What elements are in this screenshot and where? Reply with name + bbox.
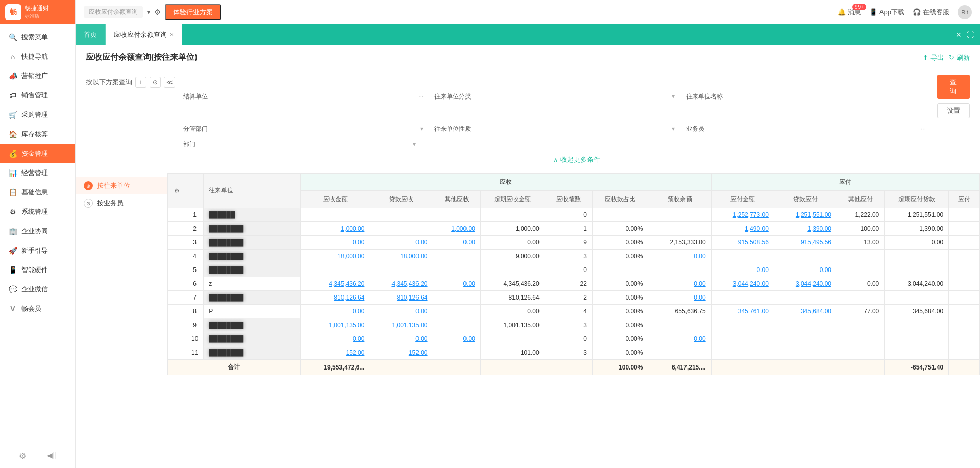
ar-other [433,208,480,222]
data-table: ⚙ 往来单位 应收 应付 应收金额 贷款应收 其他应收 超期应收金额 应收笔数 [167,173,980,375]
topbar: 应收应付余额查询 ▾ ⚙ 体验行业方案 🔔 消息 99+ 📱 App下载 🎧 在… [76,0,980,24]
table-area[interactable]: ⚙ 往来单位 应收 应付 应收金额 贷款应收 其他应收 超期应收金额 应收笔数 [167,173,980,468]
dept-field: 部门 ▾ [183,139,419,150]
refresh-button[interactable]: ↻ 刷新 [949,53,970,62]
ar-ratio-header: 应收款占比 [592,191,648,208]
page-title-row: 应收应付余额查询(按往来单位) ⬆ 导出 ↻ 刷新 [86,52,970,63]
prepaid-header: 预收余额 [648,191,711,208]
beginner-icon: 🚀 [8,247,17,255]
inventory-icon: 🏠 [8,130,17,138]
partner-nature-field: 往来单位性质 ▾ [434,124,677,134]
tabbar-right: ✕ ⛶ [949,24,980,45]
footer-ar-ratio: 100.00% [592,360,648,375]
sidebar-nav: 🔍 搜索菜单 ⌂ 快捷导航 📣 营销推广 🏷 销售管理 🛒 采购管理 🏠 库存核… [0,24,75,444]
ap-overdue: 1,251,551.00 [885,208,949,222]
page-content: 应收应付余额查询(按往来单位) ⬆ 导出 ↻ 刷新 按以下方案查 [76,45,980,468]
ap-loan: 1,251,551.00 [774,208,837,222]
sales-icon: 🏷 [8,91,17,100]
partner-nature-select[interactable]: ▾ [474,124,677,134]
search-scheme-label: 按以下方案查询 [86,78,132,87]
page-actions: ⬆ 导出 ↻ 刷新 [923,53,970,62]
collapse-button[interactable]: ∧ 收起更多条件 [183,153,970,166]
sidebar-item-operations[interactable]: 📊 经营管理 [0,163,75,183]
sidebar: 畅 畅捷通财 标准版 🔍 搜索菜单 ⌂ 快捷导航 📣 营销推广 🏷 销售管理 🛒… [0,0,76,468]
settings-button[interactable]: 设置 [937,103,970,118]
sidebar-item-member[interactable]: V 畅会员 [0,299,75,318]
sidebar-item-beginner[interactable]: 🚀 新手引导 [0,241,75,260]
salesperson-input[interactable]: ··· [725,124,929,134]
online-service-item[interactable]: 🎧 在线客服 [913,8,949,17]
page-header: 应收应付余额查询(按往来单位) ⬆ 导出 ↻ 刷新 [76,45,980,68]
logo-text: 畅捷通财 标准版 [24,5,49,20]
sidebar-item-enterprise[interactable]: 🏢 企业协同 [0,221,75,241]
tab-close-icon[interactable]: × [170,31,174,38]
collapse-icon[interactable]: ◀‖ [47,451,56,461]
left-panel-item-by-salesperson[interactable]: ⊙ 按业务员 [76,194,167,212]
table-row: 9 ████████ 1,001,135.00 1,001,135.00 1,0… [168,318,980,332]
ar-overdue-header: 超期应收金额 [480,191,545,208]
query-button[interactable]: 查询 [937,75,970,99]
sidebar-item-wechat[interactable]: 💬 企业微信 [0,280,75,299]
promo-button[interactable]: 体验行业方案 [165,4,221,20]
row-num: 1 [186,208,204,222]
salesperson-label: 业务员 [686,125,722,133]
settlement-unit-input[interactable]: ··· [214,91,426,102]
dept-select[interactable]: ▾ [214,139,419,150]
export-icon: ⬆ [923,54,928,61]
logo-icon: 畅 [5,4,21,20]
search-area: 按以下方案查询 + ⊙ ≪ 结算单位 ··· [76,68,980,173]
sidebar-item-sales[interactable]: 🏷 销售管理 [0,86,75,105]
partner-name-label: 往来单位名称 [686,92,723,101]
scheme-settings-icon[interactable]: ⊙ [150,77,161,88]
by-partner-icon: ⊕ [84,181,93,190]
sidebar-item-finance[interactable]: 💰 资金管理 [0,144,75,163]
partner-name: ██████ [204,208,300,222]
settings-col-header[interactable]: ⚙ [168,174,186,208]
tabbar: 首页 应收应付余额查询 × ✕ ⛶ [76,24,980,45]
partner-name-input[interactable] [726,91,929,102]
scheme-more-icon[interactable]: ≪ [164,77,175,88]
search-row-2: 分管部门 ▾ 往来单位性质 ▾ 业务员 [183,124,970,134]
notification-item[interactable]: 🔔 消息 99+ [838,8,861,17]
avatar[interactable]: Rit [958,5,972,19]
sidebar-item-inventory[interactable]: 🏠 库存核算 [0,125,75,144]
add-scheme-button[interactable]: + [135,77,146,88]
collapse-up-icon: ∧ [553,156,558,164]
sidebar-item-purchase[interactable]: 🛒 采购管理 [0,105,75,125]
dept-manager-select[interactable]: ▾ [214,124,426,134]
footer-ap-total: -654,751.40 [885,360,949,375]
sidebar-item-marketing[interactable]: 📣 营销推广 [0,66,75,86]
home-icon: ⌂ [8,53,17,61]
row-settings[interactable] [168,208,186,222]
tab-fullscreen-icon[interactable]: ⛶ [967,31,974,39]
settings-gear-icon[interactable]: ⚙ [154,8,161,17]
sidebar-item-search-menu[interactable]: 🔍 搜索菜单 [0,28,75,47]
tab-ar-ap-query[interactable]: 应收应付余额查询 × [106,24,182,45]
enterprise-icon: 🏢 [8,227,17,235]
topbar-right: 🔔 消息 99+ 📱 App下载 🎧 在线客服 Rit [838,5,972,19]
row-num-col-header [186,174,204,208]
settings-icon[interactable]: ⚙ [19,451,26,461]
bell-icon: 🔔 [838,8,846,16]
partner-category-select[interactable]: ▾ [474,91,677,102]
tab-home[interactable]: 首页 [76,24,106,45]
tab-close-window-icon[interactable]: ✕ [955,31,962,39]
dept-manager-label: 分管部门 [183,125,211,133]
breadcrumb-dropdown-icon[interactable]: ▾ [147,9,150,16]
sidebar-item-quick-nav[interactable]: ⌂ 快捷导航 [0,47,75,66]
export-button[interactable]: ⬆ 导出 [923,53,944,62]
app-icon: 📱 [869,8,877,16]
sidebar-item-basic-info[interactable]: 📋 基础信息 [0,183,75,202]
sidebar-item-smart-hw[interactable]: 📱 智能硬件 [0,260,75,280]
table-row: 2 ████████ 1,000.00 1,000.00 1,000.00 1 … [168,222,980,236]
dept-manager-field: 分管部门 ▾ [183,124,426,134]
sidebar-item-system[interactable]: ⚙ 系统管理 [0,202,75,221]
app-download-item[interactable]: 📱 App下载 [869,8,904,17]
member-icon: V [8,305,17,313]
ap-loan-header: 贷款应付 [774,191,837,208]
ar-count-header: 应收笔数 [545,191,592,208]
finance-icon: 💰 [8,150,17,158]
system-icon: ⚙ [8,208,17,216]
operations-icon: 📊 [8,169,17,177]
left-panel-item-by-partner[interactable]: ⊕ 按往来单位 [76,177,167,194]
